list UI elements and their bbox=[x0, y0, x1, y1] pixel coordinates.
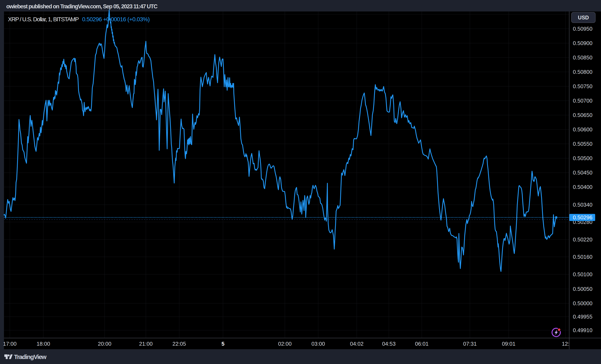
svg-text:04:02: 04:02 bbox=[350, 341, 363, 347]
svg-text:20:00: 20:00 bbox=[98, 341, 111, 347]
svg-text:0.50950: 0.50950 bbox=[573, 26, 592, 32]
svg-text:0.50600: 0.50600 bbox=[573, 126, 592, 132]
svg-text:TradingView: TradingView bbox=[14, 353, 47, 360]
svg-text:06:01: 06:01 bbox=[415, 341, 429, 347]
svg-text:0.50296: 0.50296 bbox=[573, 214, 592, 221]
svg-text:0.50550: 0.50550 bbox=[573, 141, 592, 147]
svg-text:17:00: 17:00 bbox=[3, 341, 16, 347]
svg-text:0.50160: 0.50160 bbox=[573, 254, 592, 260]
svg-text:0.50450: 0.50450 bbox=[573, 170, 592, 176]
svg-text:0.49910: 0.49910 bbox=[573, 327, 592, 333]
svg-text:XRP / U.S. Dollar, 1, BITSTAMP: XRP / U.S. Dollar, 1, BITSTAMP bbox=[8, 16, 79, 22]
svg-text:0.50050: 0.50050 bbox=[573, 286, 592, 292]
svg-text:0.50800: 0.50800 bbox=[573, 69, 592, 75]
svg-text:0.50340: 0.50340 bbox=[573, 202, 592, 208]
svg-text:07:31: 07:31 bbox=[463, 341, 477, 347]
svg-text:0.50500: 0.50500 bbox=[573, 155, 592, 161]
svg-text:03:00: 03:00 bbox=[311, 341, 325, 347]
svg-text:12:: 12: bbox=[562, 341, 569, 347]
svg-text:04:53: 04:53 bbox=[382, 341, 396, 347]
svg-text:0.50000: 0.50000 bbox=[573, 300, 592, 306]
svg-text:02:00: 02:00 bbox=[278, 341, 291, 347]
svg-text:0.49955: 0.49955 bbox=[573, 313, 592, 320]
svg-text:0.50100: 0.50100 bbox=[573, 271, 592, 277]
svg-text:09:01: 09:01 bbox=[502, 341, 515, 347]
svg-text:21:00: 21:00 bbox=[139, 341, 152, 347]
svg-text:0.50750: 0.50750 bbox=[573, 83, 592, 90]
svg-text:0.50650: 0.50650 bbox=[573, 112, 592, 118]
svg-text:0.50220: 0.50220 bbox=[573, 236, 592, 243]
svg-text:18:00: 18:00 bbox=[37, 341, 50, 347]
svg-text:22:05: 22:05 bbox=[172, 341, 186, 347]
svg-text:0.50400: 0.50400 bbox=[573, 184, 592, 190]
svg-text:5: 5 bbox=[221, 341, 224, 347]
svg-text:0.50900: 0.50900 bbox=[573, 40, 592, 46]
svg-text:owiebest published on TradingV: owiebest published on TradingView.com, S… bbox=[6, 3, 158, 10]
svg-text:0.50850: 0.50850 bbox=[573, 54, 592, 61]
svg-text:0.50296 +0.00016 (+0.03%): 0.50296 +0.00016 (+0.03%) bbox=[82, 16, 150, 22]
svg-text:USD: USD bbox=[578, 15, 589, 20]
svg-text:0.50700: 0.50700 bbox=[573, 98, 592, 104]
